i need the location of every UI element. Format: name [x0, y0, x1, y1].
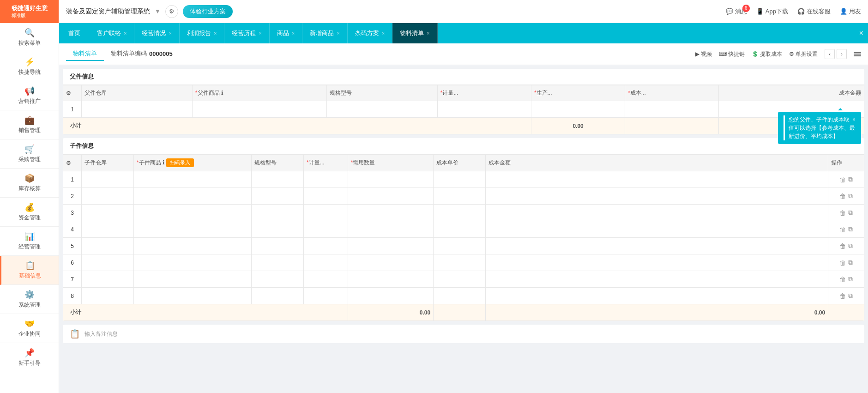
delete-icon-8[interactable]: 🗑: [839, 292, 846, 300]
child-cell-amount-4[interactable]: [486, 221, 828, 238]
child-cell-goods-3[interactable]: [134, 205, 252, 221]
sidebar-item-guide[interactable]: 📌 新手引导: [0, 343, 59, 372]
video-button[interactable]: ▶ 视频: [695, 50, 712, 58]
tab-bom[interactable]: 物料清单 ×: [392, 23, 437, 43]
sub-tab-bom-list[interactable]: 物料清单: [66, 47, 104, 61]
next-page-button[interactable]: ›: [837, 49, 847, 59]
close-customer-icon[interactable]: ×: [124, 30, 127, 36]
child-cell-amount-5[interactable]: [486, 238, 828, 254]
child-cell-unit-4[interactable]: [303, 221, 348, 238]
child-cell-qty-3[interactable]: [348, 205, 433, 221]
delete-icon-5[interactable]: 🗑: [839, 242, 846, 250]
sidebar-item-purchase[interactable]: 🛒 采购管理: [0, 139, 59, 169]
th-settings-parent[interactable]: ⚙: [63, 85, 82, 101]
child-cell-amount-3[interactable]: [486, 205, 828, 221]
child-cell-warehouse-8[interactable]: [82, 288, 134, 304]
parent-cell-goods-1[interactable]: [192, 101, 326, 118]
child-cell-warehouse-7[interactable]: [82, 271, 134, 288]
copy-icon-1[interactable]: ⧉: [848, 175, 853, 183]
child-cell-goods-1[interactable]: [134, 171, 252, 188]
copy-icon-4[interactable]: ⧉: [848, 225, 853, 233]
close-profit-icon[interactable]: ×: [214, 30, 217, 36]
child-cell-qty-4[interactable]: [348, 221, 433, 238]
tab-customer[interactable]: 客户联络 ×: [90, 23, 134, 43]
child-cell-unit-5[interactable]: [303, 238, 348, 254]
copy-icon-5[interactable]: ⧉: [848, 242, 853, 250]
child-cell-amount-7[interactable]: [486, 271, 828, 288]
shortcut-button[interactable]: ⌨ 快捷键: [719, 50, 745, 58]
close-goods-icon[interactable]: ×: [292, 30, 295, 36]
copy-icon-3[interactable]: ⧉: [848, 209, 853, 217]
child-cell-unit-6[interactable]: [303, 254, 348, 271]
child-cell-spec-4[interactable]: [251, 221, 303, 238]
child-cell-warehouse-2[interactable]: [82, 188, 134, 205]
child-cell-warehouse-3[interactable]: [82, 205, 134, 221]
sidebar-item-operations[interactable]: 📊 经营管理: [0, 227, 59, 256]
child-cell-goods-8[interactable]: [134, 288, 252, 304]
sub-tab-bom-code[interactable]: 物料清单编码 0000005: [104, 47, 180, 61]
child-cell-unit-cost-4[interactable]: [434, 221, 486, 238]
delete-icon-6[interactable]: 🗑: [839, 259, 846, 266]
doc-settings-button[interactable]: ⚙ 单据设置: [789, 50, 818, 58]
close-history-icon[interactable]: ×: [259, 30, 261, 36]
dropdown-arrow-icon[interactable]: ▼: [155, 8, 161, 15]
delete-icon-3[interactable]: 🗑: [839, 209, 846, 217]
child-cell-qty-1[interactable]: [348, 171, 433, 188]
list-view-button[interactable]: [854, 52, 861, 56]
sidebar-item-marketing[interactable]: 📢 营销推广: [0, 81, 59, 110]
child-cell-unit-8[interactable]: [303, 288, 348, 304]
parent-cell-warehouse-1[interactable]: [82, 101, 193, 118]
child-cell-qty-6[interactable]: [348, 254, 433, 271]
tab-profit[interactable]: 利润报告 ×: [180, 23, 224, 43]
delete-icon-2[interactable]: 🗑: [839, 193, 846, 200]
child-cell-goods-4[interactable]: [134, 221, 252, 238]
parent-cell-unit-1[interactable]: [437, 101, 531, 118]
parent-cell-cost-1[interactable]: [625, 101, 719, 118]
tooltip-close-button[interactable]: ×: [852, 115, 856, 124]
sidebar-item-quick-nav[interactable]: ⚡ 快捷导航: [0, 52, 59, 81]
child-cell-warehouse-5[interactable]: [82, 238, 134, 254]
scan-input-button[interactable]: 扫码录入: [166, 158, 194, 167]
delete-icon-4[interactable]: 🗑: [839, 226, 846, 233]
user-menu[interactable]: 👤 用友: [840, 7, 861, 16]
parent-cell-production-1[interactable]: [531, 101, 625, 118]
extract-cost-button[interactable]: 💲 提取成本: [752, 50, 782, 58]
tab-goods[interactable]: 商品 ×: [270, 23, 302, 43]
tab-history[interactable]: 经营历程 ×: [224, 23, 269, 43]
child-cell-amount-8[interactable]: [486, 288, 828, 304]
child-cell-spec-3[interactable]: [251, 205, 303, 221]
sidebar-item-finance[interactable]: 💰 资金管理: [0, 198, 59, 227]
close-barcode-icon[interactable]: ×: [382, 30, 385, 36]
child-cell-unit-cost-7[interactable]: [434, 271, 486, 288]
sidebar-item-basic-info[interactable]: 📋 基础信息: [0, 256, 59, 285]
tab-operations[interactable]: 经营情况 ×: [134, 23, 179, 43]
th-settings-child[interactable]: ⚙: [63, 155, 82, 171]
child-cell-goods-6[interactable]: [134, 254, 252, 271]
tab-barcode[interactable]: 条码方案 ×: [348, 23, 392, 43]
trial-button[interactable]: 体验行业方案: [183, 5, 233, 18]
remarks-placeholder[interactable]: 输入备注信息: [84, 330, 118, 338]
tab-new-goods[interactable]: 新增商品 ×: [302, 23, 347, 43]
sidebar-item-enterprise[interactable]: 🤝 企业协同: [0, 314, 59, 343]
child-cell-qty-2[interactable]: [348, 188, 433, 205]
child-cell-unit-cost-1[interactable]: [434, 171, 486, 188]
sidebar-item-sales[interactable]: 💼 销售管理: [0, 110, 59, 139]
sidebar-item-search[interactable]: 🔍 搜索菜单: [0, 23, 59, 52]
child-cell-amount-1[interactable]: [486, 171, 828, 188]
delete-icon-7[interactable]: 🗑: [839, 276, 846, 283]
child-cell-amount-6[interactable]: [486, 254, 828, 271]
child-cell-amount-2[interactable]: [486, 188, 828, 205]
child-cell-warehouse-1[interactable]: [82, 171, 134, 188]
child-cell-unit-cost-6[interactable]: [434, 254, 486, 271]
child-cell-goods-7[interactable]: [134, 271, 252, 288]
child-cell-qty-7[interactable]: [348, 271, 433, 288]
child-cell-unit-2[interactable]: [303, 188, 348, 205]
close-all-tabs-button[interactable]: ×: [855, 29, 868, 37]
child-cell-qty-5[interactable]: [348, 238, 433, 254]
sidebar-item-system[interactable]: ⚙️ 系统管理: [0, 285, 59, 314]
copy-icon-6[interactable]: ⧉: [848, 259, 853, 266]
child-cell-unit-cost-5[interactable]: [434, 238, 486, 254]
close-operations-icon[interactable]: ×: [169, 30, 171, 36]
child-cell-qty-8[interactable]: [348, 288, 433, 304]
child-cell-warehouse-6[interactable]: [82, 254, 134, 271]
